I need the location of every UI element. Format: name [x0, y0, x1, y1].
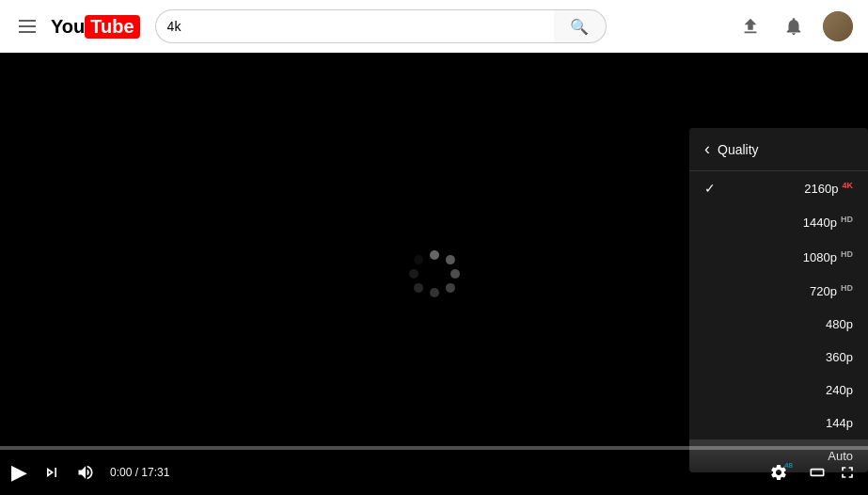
header-left: YouTube	[15, 15, 140, 39]
quality-label-240p: 240p	[723, 383, 853, 397]
logo-you: You	[51, 16, 85, 38]
volume-icon	[76, 463, 95, 482]
volume-button[interactable]	[72, 459, 99, 486]
logo-tube: Tube	[85, 15, 139, 39]
upload-button[interactable]	[736, 12, 765, 40]
time-display: 0:00 / 17:31	[110, 466, 169, 479]
quality-badge-720p: HD	[841, 283, 853, 293]
svg-point-2	[450, 269, 460, 279]
svg-point-6	[409, 269, 418, 279]
controls-right: 48	[765, 459, 860, 486]
header: YouTube 🔍	[0, 0, 868, 53]
search-bar: 🔍	[155, 9, 607, 43]
settings-button[interactable]: 48	[765, 459, 800, 486]
settings-badge: 48	[784, 461, 793, 470]
quality-item-1080p[interactable]: 1080pHD	[689, 240, 868, 274]
video-container[interactable]: ‹ Quality ✓ 2160p4K 1440pHD 1080pHD 720p…	[0, 53, 868, 495]
quality-badge-1440p: HD	[841, 215, 853, 224]
theatre-button[interactable]	[804, 459, 830, 486]
next-icon	[42, 463, 61, 482]
fullscreen-icon	[838, 463, 857, 482]
quality-item-2160p[interactable]: ✓ 2160p4K	[689, 171, 868, 205]
play-icon: ▶	[11, 460, 27, 485]
svg-point-4	[430, 288, 439, 297]
quality-item-720p[interactable]: 720pHD	[689, 274, 868, 308]
svg-point-7	[414, 255, 423, 264]
avatar-image	[823, 11, 853, 41]
youtube-logo[interactable]: YouTube	[51, 15, 140, 39]
quality-title: Quality	[718, 142, 759, 157]
quality-label-480p: 480p	[723, 317, 853, 331]
svg-point-5	[414, 283, 423, 293]
play-button[interactable]: ▶	[8, 456, 31, 488]
quality-label-144p: 144p	[723, 416, 853, 430]
check-icon-2160p: ✓	[704, 181, 723, 196]
search-button[interactable]: 🔍	[554, 9, 607, 43]
loading-spinner	[408, 248, 461, 300]
quality-item-480p[interactable]: 480p	[689, 308, 868, 341]
quality-header[interactable]: ‹ Quality	[689, 128, 868, 171]
quality-label-1440p: 1440pHD	[723, 215, 853, 230]
quality-item-240p[interactable]: 240p	[689, 374, 868, 407]
header-right	[736, 11, 853, 41]
svg-point-3	[445, 283, 454, 293]
quality-item-1440p[interactable]: 1440pHD	[689, 205, 868, 239]
svg-point-0	[430, 250, 439, 260]
next-button[interactable]	[39, 459, 65, 486]
search-icon: 🔍	[570, 18, 589, 36]
fullscreen-button[interactable]	[834, 459, 860, 486]
quality-badge-1080p: HD	[841, 249, 853, 259]
quality-label-720p: 720pHD	[723, 283, 853, 298]
theatre-icon	[808, 463, 827, 482]
quality-item-360p[interactable]: 360p	[689, 341, 868, 374]
notifications-button[interactable]	[780, 12, 808, 40]
quality-badge-2160p: 4K	[842, 181, 853, 190]
quality-label-1080p: 1080pHD	[723, 249, 853, 264]
search-input[interactable]	[155, 9, 554, 43]
avatar[interactable]	[823, 11, 853, 41]
hamburger-icon[interactable]	[15, 16, 39, 37]
quality-menu: ‹ Quality ✓ 2160p4K 1440pHD 1080pHD 720p…	[689, 128, 868, 472]
controls-bar: ▶ 0:00 / 17:31 48	[0, 450, 868, 495]
upload-icon	[740, 16, 761, 37]
quality-item-144p[interactable]: 144p	[689, 407, 868, 439]
bell-icon	[783, 16, 804, 37]
quality-label-2160p: 2160p4K	[723, 181, 853, 196]
svg-point-1	[445, 255, 454, 264]
quality-label-360p: 360p	[723, 350, 853, 364]
back-icon: ‹	[704, 139, 710, 159]
